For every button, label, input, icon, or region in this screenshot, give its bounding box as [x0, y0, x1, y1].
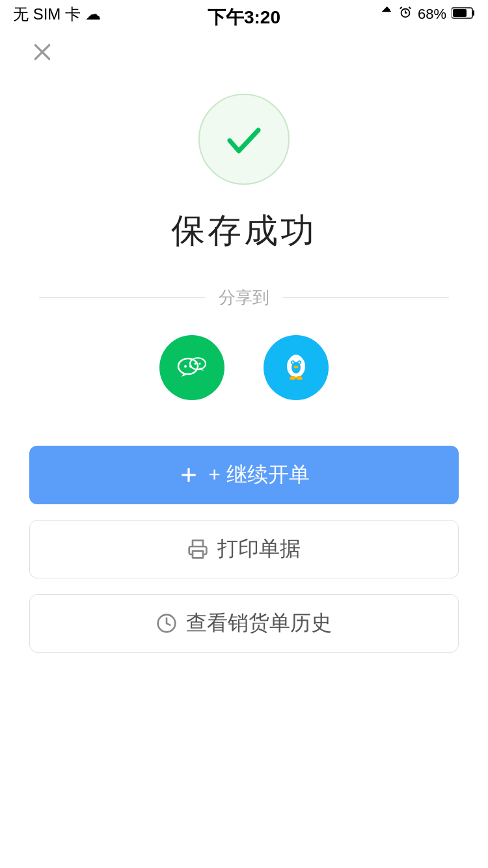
success-title: 保存成功: [171, 208, 317, 254]
share-label: 分享到: [206, 286, 282, 309]
history-label: 查看销货单历史: [186, 609, 332, 638]
divider-line-right: [282, 297, 449, 298]
svg-line-4: [409, 7, 411, 9]
status-left: 无 SIM 卡 ☁: [13, 4, 101, 25]
status-right: 68%: [380, 5, 475, 23]
qq-share-button[interactable]: [264, 335, 329, 400]
battery-icon: [452, 6, 475, 23]
continue-button[interactable]: + 继续开单: [29, 446, 459, 504]
svg-rect-6: [472, 10, 474, 16]
share-divider: 分享到: [0, 286, 488, 309]
svg-point-14: [195, 363, 197, 365]
share-row: [159, 335, 329, 400]
svg-point-15: [199, 363, 201, 365]
svg-line-3: [400, 7, 402, 9]
close-button[interactable]: [26, 36, 59, 68]
svg-point-13: [189, 365, 192, 368]
battery-text: 68%: [418, 6, 446, 23]
print-button[interactable]: 打印单据: [29, 520, 459, 578]
history-button[interactable]: 查看销货单历史: [29, 594, 459, 653]
continue-label: + 继续开单: [208, 461, 310, 489]
status-bar: 无 SIM 卡 ☁ 下午3:20 68%: [0, 0, 488, 29]
success-icon-circle: [198, 94, 290, 185]
location-icon: [380, 6, 393, 23]
alarm-icon: [398, 5, 413, 23]
svg-rect-7: [453, 9, 467, 17]
svg-point-22: [299, 362, 301, 364]
wechat-share-button[interactable]: [159, 335, 224, 400]
svg-point-10: [178, 359, 198, 374]
svg-point-12: [184, 365, 187, 368]
svg-rect-28: [193, 551, 203, 558]
status-time: 下午3:20: [208, 5, 280, 30]
svg-point-21: [292, 362, 294, 364]
sim-text: 无 SIM 卡 ☁: [13, 4, 101, 25]
action-buttons: + 继续开单 打印单据 查看销货单历史: [29, 446, 459, 653]
divider-line-left: [39, 297, 206, 298]
print-label: 打印单据: [217, 535, 301, 563]
svg-point-23: [294, 366, 299, 368]
main-content: 保存成功 分享到: [0, 29, 488, 653]
